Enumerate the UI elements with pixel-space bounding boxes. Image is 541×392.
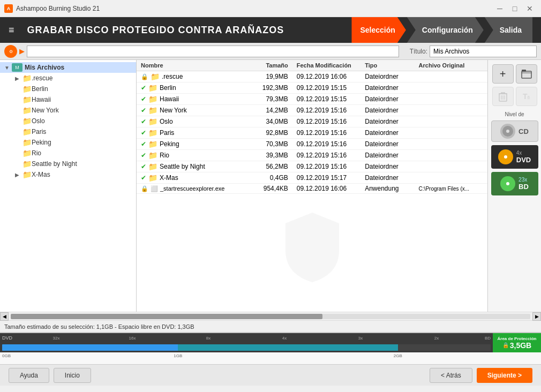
table-row[interactable]: ✔ 📁 Seattle by Night 56,2MB 09.12.2019 1… — [137, 161, 487, 172]
scroll-right-arrow[interactable]: ▶ — [532, 312, 541, 321]
expand-icon: ▼ — [4, 65, 12, 71]
table-row[interactable]: ✔ 📁 Oslo 34,0MB 09.12.2019 15:16 Dateior… — [137, 116, 487, 127]
tree-item[interactable]: 📁 Peking — [0, 137, 136, 148]
protection-size-row: 🔒 3,5GB — [502, 341, 531, 350]
add-button[interactable]: + — [492, 64, 514, 84]
table-row[interactable]: ✔ 📁 Hawaii 79,3MB 09.12.2019 15:15 Datei… — [137, 94, 487, 105]
folder-icon: 📁 — [22, 127, 32, 136]
tree-item[interactable]: 📁 New York — [0, 105, 136, 116]
tree-root[interactable]: ▼ M Mis Archivos — [0, 62, 136, 73]
svg-text:⚙: ⚙ — [9, 49, 13, 54]
close-button[interactable]: ✕ — [523, 3, 537, 14]
tree-panel: ▼ M Mis Archivos ▶ 📁 .rescue 📁 Berlin 📁 … — [0, 60, 137, 312]
file-name-cell: ✔ 📁 Oslo — [137, 117, 248, 126]
col-header-size[interactable]: Tamaño — [248, 62, 292, 69]
expand-icon: ▶ — [15, 76, 22, 81]
status-text: Tamaño estimado de su selección: 1,1GB -… — [4, 323, 194, 330]
tree-item[interactable]: 📁 Seattle by Night — [0, 159, 136, 169]
tree-item[interactable]: 📁 Hawaii — [0, 94, 136, 105]
disc-dvd-button[interactable]: 4x DVD — [491, 145, 538, 169]
col-header-original[interactable]: Archivo Original — [415, 62, 487, 69]
file-type-cell: Dateiordner — [360, 95, 414, 103]
minimize-button[interactable]: ─ — [493, 3, 507, 14]
scroll-left-arrow[interactable]: ◀ — [0, 312, 9, 321]
scrollbar-track[interactable] — [11, 314, 530, 319]
path-bar: ⚙ ▶ Título: — [0, 43, 541, 60]
help-button[interactable]: Ayuda — [9, 368, 49, 383]
folder-icon: 📁 — [22, 160, 32, 168]
lock-icon: 🔒 — [141, 185, 148, 192]
menu-icon[interactable]: ≡ — [9, 25, 14, 36]
bottom-bar: Ayuda Inicio < Atrás Siguiente > — [0, 364, 541, 386]
file-name-cell: 🔒 📁 .rescue — [137, 72, 248, 81]
file-size-cell: 92,8MB — [248, 129, 292, 137]
exe-icon: ⬜ — [151, 185, 158, 192]
file-date-cell: 09.12.2019 15:16 — [292, 163, 360, 170]
tree-item[interactable]: ▶ 📁 X-Mas — [0, 169, 136, 180]
file-date-cell: 09.12.2019 15:16 — [292, 107, 360, 114]
expand-icon — [15, 129, 22, 135]
disc-cd-button[interactable]: CD — [491, 120, 538, 142]
col-header-date[interactable]: Fecha Modificación — [292, 62, 360, 69]
expand-icon — [15, 97, 22, 103]
speed-32x: 32x — [18, 336, 94, 341]
dvd-speed: 4x — [516, 150, 522, 156]
tree-item-label: Paris — [32, 128, 46, 135]
file-size-cell: 14,2MB — [248, 107, 292, 114]
import-button[interactable] — [516, 64, 537, 84]
back-icon[interactable]: ⚙ — [4, 45, 17, 58]
step-salida[interactable]: Salida — [485, 17, 532, 43]
tree-item-label: New York — [32, 107, 59, 114]
file-type-cell: Dateiordner — [360, 73, 414, 80]
file-size-cell: 192,3MB — [248, 84, 292, 92]
file-date-cell: 09.12.2019 15:16 — [292, 118, 360, 125]
table-row[interactable]: ✔ 📁 X-Mas 0,4GB 09.12.2019 15:17 Dateior… — [137, 172, 487, 184]
tree-item[interactable]: 📁 Rio — [0, 148, 136, 159]
folder-icon: 📁 — [151, 72, 160, 81]
folder-icon: 📁 — [22, 138, 32, 147]
col-header-type[interactable]: Tipo — [360, 62, 414, 69]
window-controls[interactable]: ─ □ ✕ — [493, 3, 537, 14]
step-configuracion[interactable]: Configuración — [407, 17, 484, 43]
progress-area: DVD 32x 16x 8x 4x 3x 2x BD 0GB 1GB 2GB — [0, 332, 541, 364]
horizontal-scrollbar[interactable]: ◀ ▶ — [0, 312, 541, 320]
folder-icon: 📁 — [148, 174, 157, 182]
expand-icon — [15, 150, 22, 156]
table-row[interactable]: ✔ 📁 Paris 92,8MB 09.12.2019 15:16 Dateio… — [137, 127, 487, 139]
file-type-cell: Dateiordner — [360, 107, 414, 114]
disc-bd-button[interactable]: 23x BD — [491, 172, 538, 195]
delete-button[interactable] — [492, 87, 514, 106]
check-icon: ✔ — [141, 107, 146, 114]
dvd-disc-icon — [498, 149, 513, 164]
file-type-cell: Dateiordner — [360, 152, 414, 159]
maximize-button[interactable]: □ — [508, 3, 522, 14]
tree-item[interactable]: ▶ 📁 .rescue — [0, 73, 136, 84]
file-name-cell: ✔ 📁 Paris — [137, 129, 248, 137]
table-row[interactable]: ✔ 📁 Berlin 192,3MB 09.12.2019 15:15 Date… — [137, 82, 487, 94]
path-input[interactable] — [27, 46, 399, 57]
col-header-name[interactable]: Nombre — [137, 62, 248, 69]
titlebar: A Ashampoo Burning Studio 21 ─ □ ✕ — [0, 0, 541, 17]
table-row[interactable]: 🔒 ⬜ _startrescueexplorer.exe 954,4KB 09.… — [137, 184, 487, 194]
start-button[interactable]: Inicio — [54, 368, 91, 383]
tree-item[interactable]: 📁 Paris — [0, 126, 136, 137]
folder-icon: 📁 — [148, 151, 157, 160]
scrollbar-thumb[interactable] — [11, 314, 322, 319]
title-input[interactable] — [430, 46, 537, 57]
tree-item[interactable]: 📁 Oslo — [0, 116, 136, 126]
table-row[interactable]: ✔ 📁 Rio 39,3MB 09.12.2019 15:16 Dateiord… — [137, 150, 487, 161]
step-seleccion[interactable]: Selección — [351, 17, 405, 43]
tree-item[interactable]: 📁 Berlin — [0, 84, 136, 94]
rename-button[interactable]: Ta — [516, 87, 537, 106]
check-icon: ✔ — [141, 163, 146, 170]
path-nav-icon[interactable]: ▶ — [19, 47, 25, 55]
table-row[interactable]: ✔ 📁 New York 14,2MB 09.12.2019 15:16 Dat… — [137, 105, 487, 116]
next-button[interactable]: Siguiente > — [477, 368, 532, 383]
file-name-cell: ✔ 📁 Hawaii — [137, 95, 248, 103]
table-row[interactable]: 🔒 📁 .rescue 19,9MB 09.12.2019 16:06 Date… — [137, 71, 487, 82]
back-button[interactable]: < Atrás — [430, 368, 472, 383]
delete-rename-row: Ta — [492, 87, 537, 106]
tree-item-label: Berlin — [32, 85, 48, 93]
bd-label: BD — [519, 183, 529, 191]
table-row[interactable]: ✔ 📁 Peking 70,3MB 09.12.2019 15:16 Datei… — [137, 139, 487, 150]
